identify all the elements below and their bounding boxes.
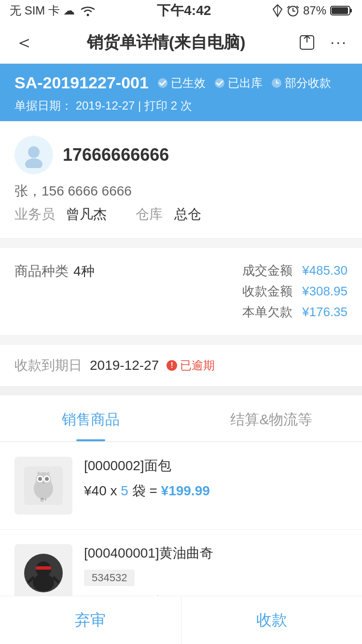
svg-point-17 (28, 146, 40, 158)
svg-rect-8 (350, 9, 352, 13)
alarm-icon (287, 4, 299, 17)
tab-sales-products[interactable]: 销售商品 (0, 395, 181, 441)
section-divider (0, 387, 362, 395)
product-price-1: ¥40 x 5 袋 = ¥199.99 (84, 482, 348, 500)
status-left: 无 SIM 卡 ☁ (10, 3, 96, 18)
due-section: 收款到期日 2019-12-27 ! 已逾期 (0, 344, 362, 387)
svg-rect-9 (332, 7, 348, 14)
nav-bar: ＜ 销货单详情(来自电脑) ··· (0, 21, 362, 64)
overdue-icon: ! (167, 360, 177, 371)
overdue-badge: ! 已逾期 (167, 358, 215, 373)
bottom-bar: 弃审 收款 (0, 596, 362, 644)
order-id-row: SA-20191227-001 已生效 已出库 部分收款 (14, 73, 348, 92)
header-banner: SA-20191227-001 已生效 已出库 部分收款 单据日期： (0, 64, 362, 121)
customer-meta: 业务员 曾凡杰 仓库 总仓 (14, 205, 348, 224)
check-icon-1 (157, 78, 168, 88)
arrears-amount-row: 本单欠款 ¥176.35 (242, 304, 348, 321)
product-type-info: 商品种类 4种 (14, 262, 95, 280)
collect-button[interactable]: 收款 (181, 596, 362, 644)
customer-id: 17666666666 (63, 145, 169, 165)
salesman-info: 业务员 曾凡杰 (14, 205, 107, 224)
clock-icon (271, 78, 282, 88)
share-icon[interactable] (298, 34, 316, 51)
product-thumb-1: 兽+ (14, 457, 72, 515)
customer-contact: 张，156 6666 6666 (14, 182, 348, 200)
product-image-2 (24, 554, 63, 592)
deal-amount-row: 成交金额 ¥485.30 (242, 262, 348, 279)
header-date-row: 单据日期： 2019-12-27 | 打印 2 次 (14, 98, 348, 113)
product-item-1: 兽+ [0000002]面包 ¥40 x 5 袋 = ¥199.99 (0, 442, 362, 530)
battery-icon (330, 5, 352, 16)
svg-point-25 (45, 477, 49, 481)
nav-icons: ··· (298, 33, 348, 51)
product-name-1: [0000002]面包 (84, 457, 348, 475)
cancel-audit-button[interactable]: 弃审 (0, 596, 181, 644)
warehouse-info: 仓库 总仓 (136, 205, 201, 224)
location-icon (272, 4, 283, 17)
back-button[interactable]: ＜ (14, 29, 34, 56)
sim-status: 无 SIM 卡 ☁ (10, 3, 75, 18)
tabs-container: 销售商品 结算&物流等 (0, 395, 362, 442)
customer-section: 17666666666 张，156 6666 6666 业务员 曾凡杰 仓库 总… (0, 121, 362, 238)
order-id: SA-20191227-001 (14, 73, 149, 92)
user-avatar-icon (21, 142, 47, 168)
status-bar: 无 SIM 卡 ☁ 下午4:42 87% (0, 0, 362, 21)
svg-point-18 (25, 158, 42, 168)
receive-amount-row: 收款金额 ¥308.95 (242, 283, 348, 300)
tab-settlement-logistics[interactable]: 结算&物流等 (181, 395, 362, 441)
avatar (14, 136, 53, 174)
status-effective: 已生效 (157, 75, 206, 91)
status-partial: 部分收款 (271, 75, 331, 91)
product-sku-2: 534532 (84, 570, 135, 586)
svg-text:兽+: 兽+ (40, 497, 47, 502)
product-info-1: [0000002]面包 ¥40 x 5 袋 = ¥199.99 (84, 457, 348, 500)
more-button[interactable]: ··· (330, 33, 348, 51)
summary-row: 商品种类 4种 成交金额 ¥485.30 收款金额 ¥308.95 本单欠款 ¥… (14, 262, 348, 321)
svg-line-6 (297, 6, 298, 8)
product-image-1: 兽+ (24, 466, 63, 505)
status-time: 下午4:42 (157, 1, 211, 20)
amount-info: 成交金额 ¥485.30 收款金额 ¥308.95 本单欠款 ¥176.35 (242, 262, 348, 321)
battery-text: 87% (303, 4, 326, 17)
customer-id-row: 17666666666 (14, 136, 348, 174)
status-right: 87% (272, 4, 352, 17)
summary-section: 商品种类 4种 成交金额 ¥485.30 收款金额 ¥308.95 本单欠款 ¥… (0, 247, 362, 336)
status-shipped: 已出库 (214, 75, 263, 91)
product-thumb-2 (14, 544, 72, 602)
svg-line-5 (288, 6, 289, 8)
wifi-icon (80, 5, 96, 16)
svg-point-0 (86, 14, 89, 16)
svg-point-37 (33, 574, 54, 591)
check-icon-2 (214, 78, 225, 88)
product-name-2: [000400001]黄油曲奇 (84, 544, 348, 562)
svg-point-24 (38, 477, 42, 481)
nav-title: 销货单详情(来自电脑) (87, 31, 246, 54)
svg-rect-36 (36, 566, 51, 570)
